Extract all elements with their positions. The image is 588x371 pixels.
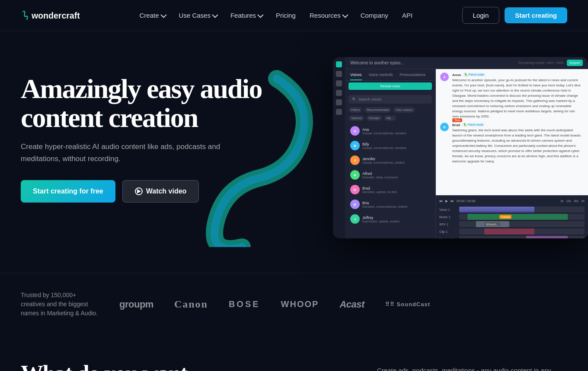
brand-groupm: groupm — [119, 299, 153, 310]
timeline-tracks: Voice 1 — [439, 206, 585, 238]
voice-item-bria: B Bria Narrative, conversational, childi… — [347, 197, 434, 211]
voice-item-ana: A Ana Casual, conversational, narrative — [347, 124, 434, 138]
music-track: Music 1 Camila — [439, 214, 585, 220]
start-creating-nav-button[interactable]: Start creating — [505, 7, 567, 23]
screenshot-main: Welcome to another episo... Remaining cr… — [345, 57, 588, 238]
recording-track: My recording — [439, 236, 585, 238]
voice-item-billy: B Billy Casual, conversational, narrativ… — [347, 139, 434, 152]
voice-avatar: A — [350, 170, 360, 180]
hero-title: Amazingly easy audio content creation — [21, 74, 315, 132]
hero-buttons: Start creating for free Watch video — [21, 180, 315, 203]
svg-rect-8 — [526, 236, 568, 238]
speaker-avatar: A — [440, 73, 449, 81]
nav-links: Create Use Cases Features Pricing Resour… — [134, 8, 419, 22]
next-icon: ⏭ — [451, 199, 454, 203]
screenshot-tab-pronunciations: Pronunciations — [400, 71, 426, 80]
screenshot-credits: Remaining credits: 1497 / 1500 — [518, 61, 563, 65]
voice-avatar: B — [350, 141, 360, 150]
speaker-block-anna: A Anna 🦜 Parrot mode Welcome to another … — [440, 73, 584, 119]
nav-api[interactable]: API — [396, 8, 419, 22]
speed-label: 3x — [560, 200, 563, 203]
nav-actions: Login Start creating — [462, 7, 567, 24]
brand-bose: BOSE — [229, 299, 260, 309]
brand-acast: Acast — [339, 299, 364, 310]
start-creating-hero-button[interactable]: Start creating for free — [21, 180, 115, 203]
voice-track: Voice 1 — [439, 206, 585, 212]
brand-whoop: WHOOP — [281, 299, 319, 309]
trusted-text: Trusted by 150,000+ creatives and the bi… — [21, 291, 99, 318]
voice-list-panel: Voices Voice controls Pronunciations Rel… — [345, 69, 436, 238]
editor-panel: A Anna 🦜 Parrot mode Welcome to another … — [436, 69, 588, 238]
search-icon: 🔍 — [352, 97, 357, 101]
filter-chips: Filters Recommended Your voices — [345, 107, 435, 115]
speaker-avatar: B — [440, 123, 449, 131]
nav-features[interactable]: Features — [224, 8, 268, 22]
nav-pricing[interactable]: Pricing — [270, 8, 302, 22]
voice-avatar: B — [350, 200, 360, 209]
screenshot-export-button: Export — [567, 60, 583, 66]
svg-rect-5 — [467, 214, 568, 220]
brand-logos: groupm Canon BOSE WHOOP Acast ⠿⠿ SoundCa… — [119, 298, 567, 310]
tom-tag: Tom — [452, 118, 462, 122]
camila-tag: Camila — [499, 215, 511, 219]
nav-resources[interactable]: Resources — [304, 8, 353, 22]
speaker-block-brad: Tom B Brad 🦜 Parrot mode Switching gears… — [440, 123, 584, 164]
voice-item-jeffrey: J Jeffrey Expressive, upbeat, excited — [347, 212, 434, 226]
svg-rect-2 — [459, 207, 534, 208]
chevron-down-icon — [257, 12, 263, 18]
chevron-down-icon — [342, 12, 348, 18]
what-section: What do you want to create today? Create… — [0, 335, 588, 371]
nav-company[interactable]: Company — [355, 8, 394, 22]
hero-content: Amazingly easy audio content creation Cr… — [21, 66, 315, 203]
voice-avatar: B — [350, 185, 360, 194]
screenshot-search: 🔍 Search voices — [348, 95, 432, 104]
nav-create[interactable]: Create — [134, 8, 171, 22]
play-icon — [135, 187, 143, 195]
screenshot-tabs: Voices Voice controls Pronunciations — [345, 69, 435, 81]
what-description: Create ads, podcasts, meditations - any … — [377, 361, 567, 371]
voice-avatar: A — [350, 126, 360, 136]
prev-icon: ⏮ — [439, 199, 443, 203]
svg-rect-7 — [484, 228, 534, 235]
voice-avatar: J — [350, 155, 360, 165]
timeline: ⏮ ▶ ⏭ 00:00 / 00:00 3x 10x 30x 2h — [436, 195, 588, 238]
navbar: wondercraft Create Use Cases Features — [0, 0, 588, 31]
sfx-track: SFX 1 Whoosh... — [439, 221, 585, 227]
hero-section: Amazingly easy audio content creation Cr… — [0, 31, 588, 273]
svg-text:wondercraft: wondercraft — [31, 11, 80, 20]
app-screenshot: Welcome to another episo... Remaining cr… — [333, 57, 588, 238]
svg-rect-3 — [459, 209, 534, 209]
screenshot-tab-voices: Voices — [350, 71, 362, 80]
play-triangle — [137, 189, 141, 193]
login-button[interactable]: Login — [462, 7, 500, 24]
clip-track: Clip 1 — [439, 228, 585, 235]
watch-video-button[interactable]: Watch video — [122, 180, 199, 203]
trusted-section: Trusted by 150,000+ creatives and the bi… — [0, 273, 588, 335]
screenshot-reload-btn: Reload voice — [348, 82, 432, 90]
speed-label2: 10x — [566, 200, 571, 203]
voice-item-jennifer: J Jennifer Casual, conversational, child… — [347, 153, 434, 167]
screenshot-sidebar — [333, 57, 345, 238]
hero-subtitle: Create hyper-realistic AI audio content … — [21, 141, 246, 164]
screenshot-body: Voices Voice controls Pronunciations Rel… — [345, 69, 588, 238]
play-icon: ▶ — [445, 199, 448, 203]
chevron-down-icon — [160, 12, 166, 18]
what-title: What do you want to create today? — [21, 361, 187, 371]
voice-item-brad: B Brad Narrative, upbeat, excited — [347, 183, 434, 197]
whoosh-tag: Whoosh... — [484, 222, 500, 226]
logo[interactable]: wondercraft — [21, 9, 90, 22]
speed-label4: 2h — [581, 200, 585, 203]
screenshot-topbar: Welcome to another episo... Remaining cr… — [345, 57, 588, 69]
editor-content: A Anna 🦜 Parrot mode Welcome to another … — [436, 69, 588, 195]
voice-item-alfred: A Alfred Dramatic, deep, excessive — [347, 168, 434, 182]
voice-avatar: J — [350, 214, 360, 224]
speed-label3: 30x — [574, 200, 578, 203]
what-header: What do you want to create today? Create… — [21, 361, 567, 371]
brand-soundcast: ⠿⠿ SoundCast — [385, 301, 430, 308]
timeline-controls: ⏮ ▶ ⏭ 00:00 / 00:00 3x 10x 30x 2h — [439, 197, 585, 205]
filter-chips-row2: Starred Female Ma... — [345, 115, 435, 124]
screenshot-tab-voice-controls: Voice controls — [369, 71, 393, 80]
brand-canon: Canon — [174, 298, 208, 310]
svg-rect-4 — [459, 210, 534, 211]
nav-use-cases[interactable]: Use Cases — [173, 8, 223, 22]
